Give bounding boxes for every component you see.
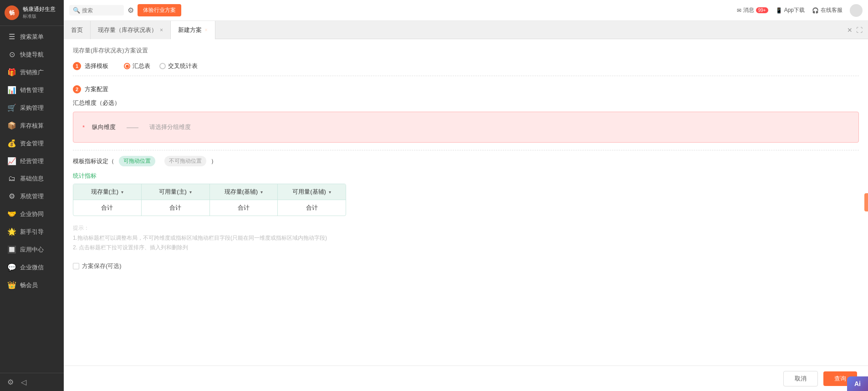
stats-col-header[interactable]: 现存量(基辅)▾ <box>210 184 278 200</box>
sidebar-item-新手引导[interactable]: 🌟新手引导 <box>0 223 64 241</box>
search-bar[interactable]: 🔍 <box>69 5 124 15</box>
sidebar-item-应用中心[interactable]: 🔲应用中心 <box>0 241 64 258</box>
sidebar-item-快捷导航[interactable]: ⊙快捷导航 <box>0 46 64 63</box>
sidebar-navigation: ☰搜索菜单⊙快捷导航🎁营销推广📊销售管理🛒采购管理📦库存核算💰资金管理📈经营管理… <box>0 26 64 373</box>
nav-icon: 🎁 <box>7 68 16 77</box>
sidebar-item-企业微信[interactable]: 💬企业微信 <box>0 258 64 276</box>
tab-new-close[interactable]: × <box>204 27 208 33</box>
sidebar-footer: ⚙ ◁ <box>0 373 64 391</box>
sidebar-item-label: 快捷导航 <box>20 51 44 59</box>
right-handle[interactable] <box>864 193 868 211</box>
tab-inventory-label: 现存量（库存状况表） <box>98 26 157 34</box>
bottombar: 取消 查询 <box>64 365 868 391</box>
nav-icon: ⊙ <box>7 50 16 59</box>
step2-title: 方案配置 <box>85 85 108 93</box>
tab-fullscreen-icon[interactable]: ⛶ <box>856 26 863 34</box>
dim-placeholder[interactable]: 请选择分组维度 <box>149 123 191 131</box>
message-button[interactable]: ✉ 消息 99+ <box>737 6 768 14</box>
stats-cell: 合计 <box>210 200 278 216</box>
topbar: 🔍 ⚙ 体验行业方案 ✉ 消息 99+ 📱 App下载 🎧 在线客服 <box>64 0 868 21</box>
stats-cell: 合计 <box>278 200 346 216</box>
stats-col-header[interactable]: 可用量(基辅)▾ <box>278 184 346 200</box>
sidebar-item-label: 资金管理 <box>20 139 44 148</box>
stats-col-header[interactable]: 现存量(主)▾ <box>73 184 142 200</box>
headset-icon: 🎧 <box>812 7 819 14</box>
sidebar-item-企业协同[interactable]: 🤝企业协同 <box>0 205 64 223</box>
cancel-button[interactable]: 取消 <box>783 371 818 386</box>
stats-data-row: 合计合计合计合计 <box>73 200 346 216</box>
sidebar-item-畅会员[interactable]: 👑畅会员 <box>0 276 64 294</box>
settings-icon[interactable]: ⚙ <box>7 378 14 386</box>
tab-close-all-icon[interactable]: ✕ <box>847 26 853 34</box>
search-icon: 🔍 <box>73 7 80 14</box>
sidebar-item-资金管理[interactable]: 💰资金管理 <box>0 134 64 152</box>
step2-badge: 2 <box>73 85 81 93</box>
sidebar-item-销售管理[interactable]: 📊销售管理 <box>0 81 64 99</box>
message-label: 消息 <box>743 6 754 14</box>
radio-summary[interactable]: 汇总表 <box>124 62 150 70</box>
stats-col-header[interactable]: 可用量(主)▾ <box>142 184 210 200</box>
radio-cross-label: 交叉统计表 <box>168 62 198 70</box>
dim-label: 纵向维度 <box>92 123 116 131</box>
tab-inventory-close[interactable]: × <box>160 27 163 33</box>
sidebar-item-label: 畅会员 <box>20 281 38 289</box>
message-badge: 99+ <box>756 7 768 13</box>
sidebar-item-经营管理[interactable]: 📈经营管理 <box>0 152 64 170</box>
tmpl-label: 模板指标设定（ <box>73 157 114 165</box>
agg-dimension-box: * 纵向维度 —— 请选择分组维度 <box>73 112 859 143</box>
sidebar-item-label: 基础信息 <box>20 175 44 183</box>
step2-section: 2 方案配置 汇总维度（必选） * 纵向维度 —— 请选择分组维度 模板指标设定… <box>73 85 859 253</box>
radio-cross[interactable]: 交叉统计表 <box>159 62 198 70</box>
app-download-label: App下载 <box>784 6 805 14</box>
agg-label: 汇总维度（必选） <box>73 99 859 107</box>
template-radio-group: 汇总表 交叉统计表 <box>124 62 198 70</box>
nav-icon: 📦 <box>7 121 16 130</box>
step1-divider <box>73 76 859 76</box>
trial-button[interactable]: 体验行业方案 <box>138 4 181 16</box>
stats-section: 统计指标 现存量(主)▾可用量(主)▾现存量(基辅)▾可用量(基辅)▾ 合计合计… <box>73 172 859 216</box>
tmpl-settings: 模板指标设定（ 可拖动位置 不可拖动位置 ） <box>73 156 859 166</box>
ai-badge[interactable]: Ai <box>847 376 868 391</box>
search-input[interactable] <box>82 7 118 14</box>
gear-icon[interactable]: ⚙ <box>128 6 134 15</box>
step2-divider <box>73 150 859 150</box>
sidebar-item-库存核算[interactable]: 📦库存核算 <box>0 117 64 134</box>
app-logo-icon: 畅 <box>5 5 19 20</box>
step1-title: 选择模板 <box>85 62 108 70</box>
sidebar-item-label: 新手引导 <box>20 228 44 236</box>
nav-icon: ☰ <box>7 32 16 41</box>
sidebar-item-营销推广[interactable]: 🎁营销推广 <box>0 63 64 81</box>
tip2: 2. 点击标题栏下拉可设置排序、插入列和删除列 <box>73 243 859 253</box>
online-service-button[interactable]: 🎧 在线客服 <box>812 6 842 14</box>
sidebar-logo: 畅 畅康通好生意 标准版 <box>0 0 64 26</box>
tmpl-fixed-tag: 不可拖动位置 <box>164 156 206 166</box>
nav-icon: 💬 <box>7 263 16 272</box>
tab-inventory[interactable]: 现存量（库存状况表） × <box>91 21 171 39</box>
sidebar-item-label: 企业微信 <box>20 263 44 272</box>
tips-title: 提示： <box>73 225 89 231</box>
radio-summary-label: 汇总表 <box>133 62 150 70</box>
sidebar-item-系统管理[interactable]: ⚙系统管理 <box>0 187 64 205</box>
step2-header: 2 方案配置 <box>73 85 859 93</box>
nav-icon: 📊 <box>7 86 16 94</box>
tab-icons: ✕ ⛶ <box>842 26 868 34</box>
sidebar-item-搜索菜单[interactable]: ☰搜索菜单 <box>0 28 64 46</box>
sidebar-item-label: 搜索菜单 <box>20 33 44 41</box>
step1-badge: 1 <box>73 62 81 70</box>
stats-label: 统计指标 <box>73 172 859 180</box>
nav-icon: 🛒 <box>7 103 16 112</box>
collapse-icon[interactable]: ◁ <box>21 378 26 386</box>
tab-new-plan[interactable]: 新建方案 × <box>171 21 215 39</box>
save-checkbox[interactable] <box>73 263 79 269</box>
sidebar-item-label: 销售管理 <box>20 86 44 94</box>
user-avatar[interactable] <box>850 4 863 17</box>
tmpl-movable-tag: 可拖动位置 <box>119 156 155 166</box>
tmpl-suffix: ） <box>211 157 217 165</box>
tab-home[interactable]: 首页 <box>64 21 91 39</box>
sidebar-item-基础信息[interactable]: 🗂基础信息 <box>0 170 64 187</box>
content-area: 现存量(库存状况表)方案设置 1 选择模板 汇总表 交叉统计表 <box>64 39 868 365</box>
topbar-right: ✉ 消息 99+ 📱 App下载 🎧 在线客服 <box>737 4 863 17</box>
nav-icon: 🌟 <box>7 227 16 236</box>
app-download-button[interactable]: 📱 App下载 <box>776 6 805 14</box>
sidebar-item-采购管理[interactable]: 🛒采购管理 <box>0 99 64 117</box>
